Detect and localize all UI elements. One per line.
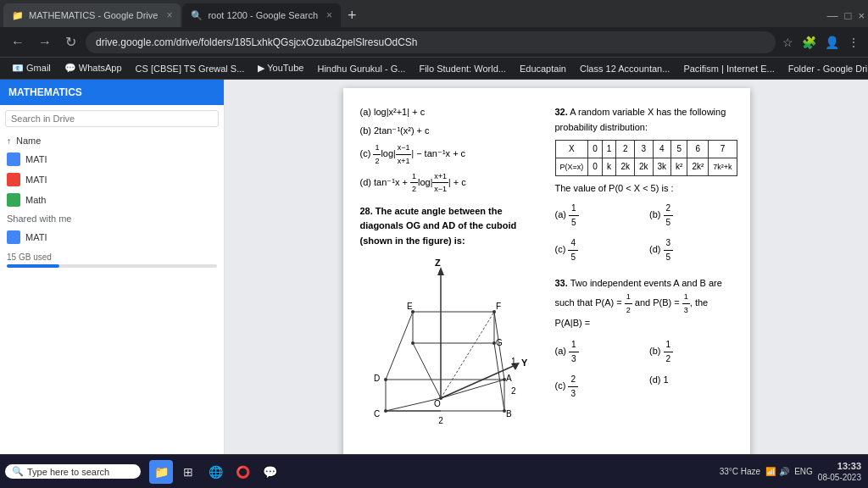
q27-option-b: (b) 2tan⁻¹(x²) + c bbox=[360, 124, 538, 139]
tab-search[interactable]: 🔍 root 1200 - Google Search × bbox=[182, 3, 341, 27]
refresh-button[interactable]: ↻ bbox=[61, 32, 81, 52]
sidebar-item-4[interactable]: MATI bbox=[0, 227, 224, 247]
table-header-px: P(X=x) bbox=[555, 158, 588, 176]
taskbar-right: 33°C Haze 📶 🔊 ENG 13:33 08-05-2023 bbox=[720, 460, 868, 483]
new-tab-button[interactable]: + bbox=[342, 7, 362, 25]
storage-label: 15 GB used bbox=[7, 252, 52, 262]
bookmark-star-icon[interactable]: ☆ bbox=[781, 34, 795, 51]
sidebar-header: MATHEMATICS bbox=[0, 80, 224, 105]
q33-section: 33. Two independent events A and B are s… bbox=[555, 276, 737, 401]
taskbar-task-view[interactable]: ⊞ bbox=[176, 460, 200, 484]
table-x-7: 7 bbox=[709, 141, 737, 158]
extension-icon[interactable]: 🧩 bbox=[800, 34, 818, 51]
q27-option-a: (a) log|x²+1| + c bbox=[360, 105, 538, 120]
cuboid-figure: Z Y bbox=[360, 254, 538, 432]
bookmarks-bar: 📧 Gmail 💬 WhatsApp CS [CBSE] TS Grewal S… bbox=[0, 58, 868, 80]
document-view: (a) log|x²+1| + c (b) 2tan⁻¹(x²) + c (c)… bbox=[225, 80, 868, 488]
table-p-5: k² bbox=[671, 158, 687, 176]
q32-section: 32. A random variable X has the followin… bbox=[555, 105, 737, 264]
bookmark-folder[interactable]: Folder - Google Dri... bbox=[783, 62, 868, 75]
system-icons: 📶 🔊 bbox=[765, 467, 789, 476]
q27-option-d: (d) tan⁻¹x + 12log|x+1x−1| + c bbox=[360, 170, 538, 196]
forward-button[interactable]: → bbox=[34, 33, 56, 52]
storage-info: 15 GB used bbox=[0, 247, 224, 273]
sidebar-item-3[interactable]: Math bbox=[0, 190, 224, 210]
bookmark-hindhu[interactable]: Hindhu Gurukul - G... bbox=[312, 62, 410, 75]
minimize-icon[interactable]: — bbox=[827, 9, 838, 22]
table-x-6: 6 bbox=[687, 141, 709, 158]
sidebar-name-header: ↑ Name bbox=[0, 132, 224, 149]
close-icon[interactable]: × bbox=[858, 9, 865, 22]
bookmark-whatsapp[interactable]: 💬 WhatsApp bbox=[59, 61, 127, 75]
taskbar-edge[interactable]: 🌐 bbox=[203, 460, 227, 484]
search-placeholder: Type here to search bbox=[27, 467, 109, 477]
content-area: MATHEMATICS ↑ Name MATI MATI Math Shared… bbox=[0, 80, 868, 488]
bookmark-class12[interactable]: Class 12 Accountan... bbox=[575, 62, 675, 75]
svg-line-32 bbox=[494, 343, 504, 411]
item-icon-2 bbox=[7, 173, 20, 186]
taskbar-chrome[interactable]: ⭕ bbox=[231, 460, 254, 484]
table-p-4: 3k bbox=[653, 158, 671, 176]
bookmark-filo[interactable]: Filo Student: World... bbox=[414, 62, 511, 75]
tab-mathematics[interactable]: 📁 MATHEMATICS - Google Drive × bbox=[3, 3, 181, 27]
svg-text:B: B bbox=[506, 409, 512, 419]
svg-text:2: 2 bbox=[438, 416, 443, 425]
q28-text: 28. The acute angle between the diagonal… bbox=[360, 204, 538, 249]
table-p-7: 7k²+k bbox=[709, 158, 737, 176]
table-x-2: 2 bbox=[616, 141, 635, 158]
bookmark-cs[interactable]: CS [CBSE] TS Grewal S... bbox=[131, 62, 250, 75]
q33-option-d: (d) 1 bbox=[649, 373, 737, 401]
language-label: ENG bbox=[794, 467, 813, 476]
clock-time: 13:33 bbox=[818, 460, 861, 472]
q27-option-c: (c) 12log|x−1x+1| − tan⁻¹x + c bbox=[360, 141, 538, 167]
svg-line-31 bbox=[413, 343, 441, 398]
table-x-1: 1 bbox=[602, 141, 616, 158]
taskbar-icons: 📁 ⊞ 🌐 ⭕ 💬 bbox=[149, 460, 281, 484]
svg-text:Z: Z bbox=[435, 258, 441, 268]
sidebar-search-input[interactable] bbox=[5, 110, 219, 127]
bookmark-gmail[interactable]: 📧 Gmail bbox=[7, 61, 56, 75]
table-x-3: 3 bbox=[634, 141, 653, 158]
tab-close-2[interactable]: × bbox=[326, 9, 332, 21]
maximize-icon[interactable]: □ bbox=[845, 9, 852, 22]
taskbar-whatsapp[interactable]: 💬 bbox=[258, 460, 281, 484]
taskbar-search[interactable]: 🔍 Type here to search bbox=[5, 464, 141, 479]
menu-icon[interactable]: ⋮ bbox=[846, 34, 861, 51]
svg-text:Y: Y bbox=[521, 358, 528, 368]
item-name-2: MATI bbox=[25, 175, 217, 185]
search-icon: 🔍 bbox=[12, 466, 24, 477]
tab-close-1[interactable]: × bbox=[166, 9, 172, 21]
table-p-2: 2k bbox=[616, 158, 635, 176]
table-x-4: 4 bbox=[653, 141, 671, 158]
svg-line-29 bbox=[386, 312, 413, 380]
bookmark-youtube[interactable]: ▶ YouTube bbox=[253, 61, 309, 75]
item-name-3: Math bbox=[25, 195, 217, 205]
taskbar-file-explorer[interactable]: 📁 bbox=[149, 460, 173, 484]
q28-section: 28. The acute angle between the diagonal… bbox=[360, 204, 538, 432]
nav-bar: ← → ↻ ☆ 🧩 👤 ⋮ bbox=[0, 27, 868, 58]
bookmark-educaptain[interactable]: Educaptain bbox=[515, 62, 571, 75]
item-icon-4 bbox=[7, 230, 20, 244]
q32-option-c: (c) 45 bbox=[555, 236, 643, 264]
q32-options: (a) 15 (b) 25 (c) 45 (d) 35 bbox=[555, 202, 737, 264]
svg-marker-1 bbox=[437, 267, 444, 275]
tab-bar: 📁 MATHEMATICS - Google Drive × 🔍 root 12… bbox=[0, 0, 868, 27]
bookmark-pacifism[interactable]: Pacifism | Internet E... bbox=[678, 62, 779, 75]
back-button[interactable]: ← bbox=[7, 33, 29, 52]
table-p-6: 2k² bbox=[687, 158, 709, 176]
q33-option-a: (a) 13 bbox=[555, 338, 643, 366]
sort-icon[interactable]: ↑ bbox=[7, 136, 11, 146]
sidebar-item-1[interactable]: MATI bbox=[0, 149, 224, 169]
q32-question: The value of P(0 < X < 5) is : bbox=[555, 181, 737, 197]
item-name-4: MATI bbox=[25, 232, 217, 242]
svg-text:C: C bbox=[374, 409, 380, 419]
sidebar-item-2[interactable]: MATI bbox=[0, 169, 224, 190]
svg-text:A: A bbox=[506, 374, 512, 383]
nav-icons: ☆ 🧩 👤 ⋮ bbox=[781, 34, 861, 51]
table-x-5: 5 bbox=[671, 141, 687, 158]
address-bar[interactable] bbox=[86, 31, 776, 53]
network-icon: 📶 bbox=[765, 467, 776, 476]
storage-bar bbox=[7, 264, 217, 268]
doc-content: (a) log|x²+1| + c (b) 2tan⁻¹(x²) + c (c)… bbox=[360, 105, 733, 437]
profile-icon[interactable]: 👤 bbox=[823, 34, 841, 51]
